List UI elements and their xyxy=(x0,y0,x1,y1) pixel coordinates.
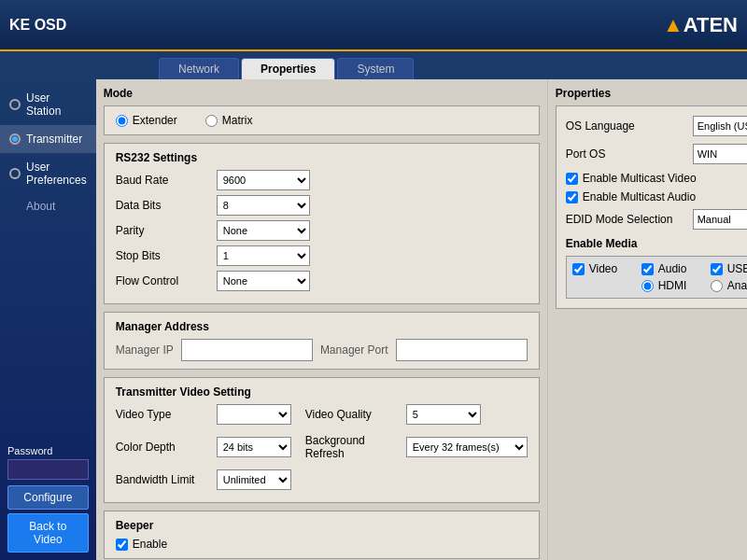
app-title: KE OSD xyxy=(9,17,66,34)
bg-refresh-row: Background Refresh Every 32 frames(s) xyxy=(305,434,528,460)
transmitter-video-section: Transmitter Video Setting Video Type Vid… xyxy=(104,377,540,503)
edid-row: EDID Mode Selection Manual EDID xyxy=(566,209,747,230)
video-quality-row: Video Quality 5 xyxy=(305,404,528,425)
radio-transmitter[interactable] xyxy=(9,133,21,145)
mode-title: Mode xyxy=(104,87,540,100)
left-panel: Mode Extender Matrix RS232 Settings Baud… xyxy=(96,79,547,560)
sidebar-item-transmitter[interactable]: Transmitter xyxy=(0,125,96,153)
edid-mode-select[interactable]: Manual xyxy=(693,209,747,230)
analog-radio-label[interactable]: Analog xyxy=(711,279,747,292)
audio-checkbox[interactable] xyxy=(641,263,654,275)
color-depth-row: Color Depth 24 bits xyxy=(116,434,291,460)
multicast-video-checkbox[interactable] xyxy=(566,173,578,185)
header: KE OSD ▲ATEN xyxy=(0,0,747,51)
video-type-select[interactable] xyxy=(217,404,291,425)
multicast-audio-row: Enable Multicast Audio xyxy=(566,190,747,203)
tab-network[interactable]: Network xyxy=(159,58,239,79)
data-bits-row: Data Bits 8 xyxy=(116,195,528,216)
configure-button[interactable]: Configure xyxy=(7,485,89,510)
video-type-row: Video Type xyxy=(116,404,291,425)
manager-row: Manager IP Manager Port 9110 xyxy=(116,339,528,361)
video-checkbox[interactable] xyxy=(572,263,585,275)
rs232-section: RS232 Settings Baud Rate 9600 Data Bits … xyxy=(104,143,540,304)
baud-rate-row: Baud Rate 9600 xyxy=(116,170,528,190)
media-grid-row1: Video Audio USB RS232 xyxy=(572,262,747,275)
port-os-select[interactable]: WIN xyxy=(693,144,747,164)
parity-row: Parity None xyxy=(116,220,528,241)
sidebar-password-section: Password Configure Back to Video xyxy=(0,438,96,560)
manager-section: Manager Address Manager IP Manager Port … xyxy=(104,312,540,370)
color-depth-select[interactable]: 24 bits xyxy=(217,437,291,457)
sidebar-item-about[interactable]: About xyxy=(0,194,96,218)
stop-bits-row: Stop Bits 1 xyxy=(116,245,528,266)
manager-ip-input[interactable] xyxy=(181,339,313,361)
media-grid-row2: HDMI Analog Auto xyxy=(572,279,747,292)
right-panel: Properties OS Language English (US) Port… xyxy=(547,79,747,560)
sidebar: User Station Transmitter User Preference… xyxy=(0,79,96,560)
sidebar-item-user-station[interactable]: User Station xyxy=(0,84,96,125)
extender-radio-label[interactable]: Extender xyxy=(116,114,177,127)
content-area: Mode Extender Matrix RS232 Settings Baud… xyxy=(96,79,747,560)
enable-media-section: Video Audio USB RS232 xyxy=(566,256,747,299)
multicast-video-row: Enable Multicast Video xyxy=(566,172,747,185)
beeper-enable-checkbox[interactable] xyxy=(116,539,128,551)
analog-radio[interactable] xyxy=(711,280,723,292)
tab-system[interactable]: System xyxy=(337,58,414,79)
sidebar-item-user-preferences[interactable]: User Preferences xyxy=(0,153,96,194)
aten-logo: ▲ATEN xyxy=(663,13,738,37)
data-bits-select[interactable]: 8 xyxy=(217,195,310,216)
manager-title: Manager Address xyxy=(116,320,528,333)
os-language-select[interactable]: English (US) xyxy=(693,116,747,136)
video-form-grid: Video Type Video Quality 5 Color Depth 2… xyxy=(116,404,528,495)
enable-media-title: Enable Media xyxy=(566,237,747,250)
beeper-enable-label[interactable]: Enable xyxy=(116,538,528,551)
baud-rate-select[interactable]: 9600 xyxy=(217,170,310,190)
matrix-radio-label[interactable]: Matrix xyxy=(205,114,253,127)
usb-check-label[interactable]: USB xyxy=(711,262,747,275)
tabs-row: Network Properties System xyxy=(0,51,747,79)
transmitter-video-title: Transmitter Video Setting xyxy=(116,385,528,399)
video-quality-select[interactable]: 5 xyxy=(406,404,481,425)
save-row: Save xyxy=(556,316,747,339)
hdmi-radio-label[interactable]: HDMI xyxy=(641,279,707,292)
back-to-video-button[interactable]: Back to Video xyxy=(7,513,89,553)
flow-control-row: Flow Control None xyxy=(116,271,528,291)
rs232-title: RS232 Settings xyxy=(116,151,528,164)
radio-user-station[interactable] xyxy=(9,99,21,110)
extender-radio[interactable] xyxy=(116,115,128,127)
manager-port-input[interactable]: 9110 xyxy=(396,339,528,361)
port-os-row: Port OS WIN xyxy=(566,144,747,164)
parity-select[interactable]: None xyxy=(217,220,310,241)
multicast-audio-checkbox[interactable] xyxy=(566,191,578,203)
hdmi-radio[interactable] xyxy=(641,280,654,292)
audio-check-label[interactable]: Audio xyxy=(641,262,707,275)
os-language-row: OS Language English (US) xyxy=(566,116,747,136)
beeper-title: Beeper xyxy=(116,519,528,532)
bandwidth-row: Bandwidth Limit Unlimited xyxy=(116,469,291,490)
mode-box: Extender Matrix xyxy=(104,105,540,135)
beeper-section: Beeper Enable xyxy=(104,511,540,559)
password-label: Password xyxy=(7,445,89,456)
usb-checkbox[interactable] xyxy=(711,263,723,275)
bg-refresh-select[interactable]: Every 32 frames(s) xyxy=(406,437,528,457)
stop-bits-select[interactable]: 1 xyxy=(217,245,310,266)
properties-box: OS Language English (US) Port OS WIN Ena… xyxy=(556,105,747,309)
flow-control-select[interactable]: None xyxy=(217,271,310,291)
main-layout: User Station Transmitter User Preference… xyxy=(0,79,747,560)
tab-properties[interactable]: Properties xyxy=(241,58,335,79)
matrix-radio[interactable] xyxy=(205,115,218,127)
video-check-label[interactable]: Video xyxy=(572,262,638,275)
radio-user-preferences[interactable] xyxy=(9,168,21,179)
properties-title: Properties xyxy=(556,87,747,100)
bandwidth-select[interactable]: Unlimited xyxy=(217,469,291,490)
password-input[interactable] xyxy=(7,459,89,480)
